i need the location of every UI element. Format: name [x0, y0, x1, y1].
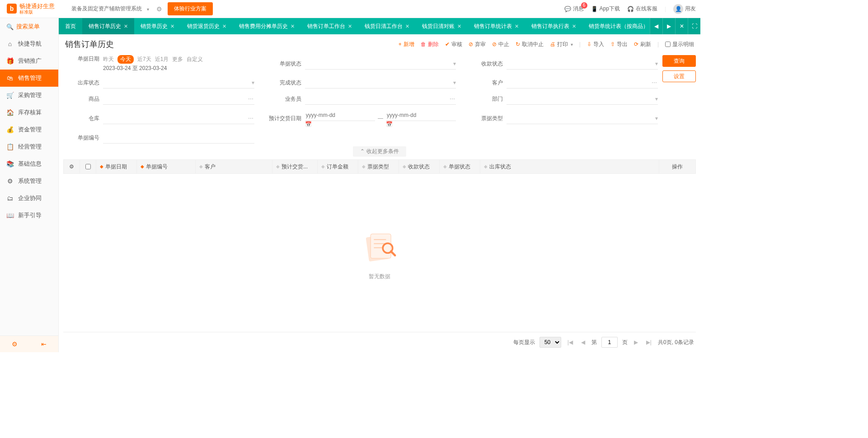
column-header-5[interactable]: ◆票据类型: [358, 160, 399, 173]
expect-date-to[interactable]: [386, 109, 456, 121]
pay-status-select[interactable]: [507, 58, 658, 70]
sidebar-item-10[interactable]: 📖新手引导: [0, 207, 58, 224]
page-prev[interactable]: ◀: [579, 339, 587, 345]
date-preset-5[interactable]: 自定义: [187, 56, 203, 63]
customer-picker[interactable]: [507, 77, 658, 89]
app-download-button[interactable]: 📱 App下载: [591, 5, 620, 13]
tab-7[interactable]: 销售订单统计表✕: [468, 18, 525, 34]
product-picker[interactable]: [103, 93, 254, 105]
sort-icon[interactable]: ◆: [321, 164, 325, 169]
page-last[interactable]: ▶|: [644, 339, 653, 345]
ticket-type-select[interactable]: [507, 112, 658, 124]
tabs-fullscreen[interactable]: ⛶: [688, 18, 700, 34]
user-menu[interactable]: 👤 用友: [673, 4, 696, 14]
tab-home[interactable]: 首页: [59, 18, 82, 34]
sidebar-item-7[interactable]: 📚基础信息: [0, 155, 58, 172]
online-service-button[interactable]: 🎧 在线客服: [627, 5, 657, 13]
per-page-select[interactable]: 50: [540, 337, 561, 348]
tab-3[interactable]: 销售费用分摊单历史✕: [233, 18, 301, 34]
date-preset-1[interactable]: 今天: [117, 55, 134, 64]
tabs-close-all[interactable]: ✕: [675, 18, 688, 34]
settings-button[interactable]: 设置: [662, 70, 696, 82]
close-icon[interactable]: ✕: [170, 23, 174, 29]
sort-icon[interactable]: ◆: [443, 164, 447, 169]
sidebar-settings-button[interactable]: ⚙: [0, 336, 29, 352]
tab-2[interactable]: 销货退货历史✕: [181, 18, 233, 34]
sidebar-search[interactable]: 🔍 搜索菜单: [0, 18, 58, 35]
close-icon[interactable]: ✕: [457, 23, 461, 29]
bill-status-select[interactable]: [305, 58, 456, 70]
dept-select[interactable]: [507, 93, 658, 105]
delete-button[interactable]: 🗑删除: [421, 41, 439, 48]
close-icon[interactable]: ✕: [572, 23, 576, 29]
sidebar-item-4[interactable]: 🏠库存核算: [0, 104, 58, 121]
close-icon[interactable]: ✕: [348, 23, 352, 29]
show-detail-checkbox[interactable]: 显示明细: [665, 41, 694, 48]
audit-button[interactable]: ✔审核: [445, 41, 462, 48]
tab-0[interactable]: 销售订单历史✕: [82, 18, 134, 34]
sidebar-item-3[interactable]: 🛒采购管理: [0, 87, 58, 104]
sidebar-item-5[interactable]: 💰资金管理: [0, 121, 58, 138]
column-header-3[interactable]: ◆预计交货...: [272, 160, 318, 173]
sidebar-item-2[interactable]: 🛍销售管理: [0, 70, 58, 87]
tabs-scroll-right[interactable]: ▶: [662, 18, 675, 34]
column-header-1[interactable]: ◆单据编号: [137, 160, 196, 173]
bill-no-input[interactable]: [103, 132, 254, 144]
tab-5[interactable]: 钱货日清工作台✕: [358, 18, 416, 34]
sort-icon[interactable]: ◆: [141, 164, 144, 169]
column-settings-button[interactable]: ⚙: [64, 160, 80, 173]
system-select[interactable]: 装备及固定资产辅助管理系统 ▾: [68, 3, 151, 14]
select-all-checkbox[interactable]: [80, 160, 96, 173]
collapse-filters-button[interactable]: ⌃ 收起更多条件: [353, 146, 406, 157]
abandon-button[interactable]: ⊘弃审: [469, 41, 486, 48]
column-header-4[interactable]: ◆订单金额: [318, 160, 358, 173]
column-header-2[interactable]: ◆客户: [196, 160, 272, 173]
industry-button[interactable]: 体验行业方案: [168, 2, 213, 15]
tab-1[interactable]: 销货单历史✕: [134, 18, 181, 34]
page-input[interactable]: [601, 337, 618, 348]
close-icon[interactable]: ✕: [222, 23, 226, 29]
warehouse-picker[interactable]: [103, 112, 254, 124]
tab-6[interactable]: 钱货日清对账✕: [416, 18, 468, 34]
add-button[interactable]: +新增: [399, 41, 414, 48]
sort-icon[interactable]: ◆: [484, 164, 488, 169]
sidebar-collapse-button[interactable]: ⇤: [29, 336, 59, 352]
import-button[interactable]: ⇩导入: [587, 41, 604, 48]
close-icon[interactable]: ✕: [515, 23, 519, 29]
expect-date-from[interactable]: [305, 109, 375, 121]
tabs-scroll-left[interactable]: ◀: [650, 18, 662, 34]
print-button[interactable]: 🖨打印▾: [550, 41, 573, 48]
close-icon[interactable]: ✕: [124, 23, 128, 29]
sidebar-item-9[interactable]: 🗂企业协同: [0, 190, 58, 207]
export-button[interactable]: ⇧导出: [610, 41, 628, 48]
sort-icon[interactable]: ◆: [276, 164, 280, 169]
page-next[interactable]: ▶: [632, 339, 640, 345]
finish-status-select[interactable]: [305, 77, 456, 89]
sidebar-item-0[interactable]: ⌂快捷导航: [0, 35, 58, 52]
sort-icon[interactable]: ◆: [403, 164, 406, 169]
sidebar-item-1[interactable]: 🎁营销推广: [0, 52, 58, 70]
column-header-7[interactable]: ◆单据状态: [440, 160, 480, 173]
sidebar-item-8[interactable]: ⚙系统管理: [0, 172, 58, 190]
salesman-picker[interactable]: [305, 93, 456, 105]
date-preset-4[interactable]: 更多: [172, 56, 183, 63]
sort-icon[interactable]: ◆: [362, 164, 366, 169]
close-icon[interactable]: ✕: [405, 23, 409, 29]
column-header-8[interactable]: ◆出库状态: [480, 160, 659, 173]
page-first[interactable]: |◀: [566, 339, 575, 345]
messages-button[interactable]: 💬 消息 6: [564, 5, 584, 13]
out-status-select[interactable]: [103, 77, 254, 89]
close-icon[interactable]: ✕: [291, 23, 295, 29]
date-preset-3[interactable]: 近1月: [155, 56, 169, 63]
tab-8[interactable]: 销售订单执行表✕: [525, 18, 582, 34]
tab-9[interactable]: 销货单统计表（按商品）✕: [582, 18, 650, 34]
gear-icon[interactable]: ⚙: [155, 4, 164, 14]
tab-4[interactable]: 销售订单工作台✕: [301, 18, 358, 34]
date-preset-0[interactable]: 昨天: [103, 56, 114, 63]
column-header-6[interactable]: ◆收款状态: [399, 160, 440, 173]
refresh-button[interactable]: ⟳刷新: [634, 41, 651, 48]
sort-icon[interactable]: ◆: [199, 164, 203, 169]
column-header-0[interactable]: ◆单据日期: [96, 160, 137, 173]
stop-button[interactable]: ⊘中止: [492, 41, 509, 48]
date-preset-2[interactable]: 近7天: [137, 56, 151, 63]
